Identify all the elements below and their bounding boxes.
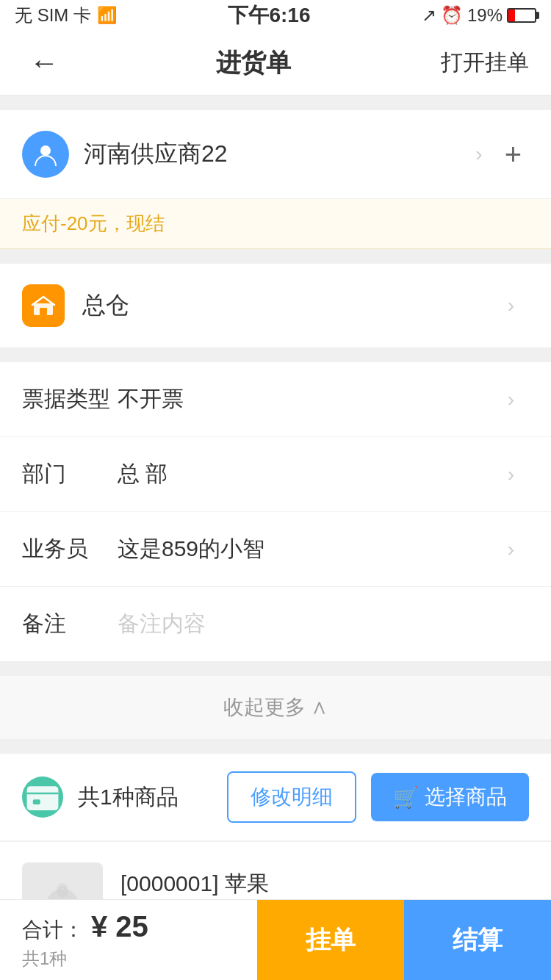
location-icon: ↗: [422, 5, 436, 26]
status-left: 无 SIM 卡 📶: [15, 4, 117, 27]
supplier-section: 河南供应商22 › + 应付-20元，现结: [0, 110, 551, 249]
status-time: 下午6:16: [228, 1, 310, 29]
invoice-label: 票据类型: [22, 384, 118, 414]
product-title: 苹果: [225, 871, 269, 896]
svg-point-6: [57, 883, 68, 898]
product-header: 共1种商品 修改明细 🛒 选择商品: [0, 754, 551, 840]
status-right: ↗ ⏰ 19%: [422, 5, 536, 26]
supplier-avatar: [22, 131, 69, 178]
svg-rect-2: [40, 308, 47, 315]
back-button[interactable]: ←: [22, 39, 66, 87]
warehouse-icon: [22, 284, 65, 327]
invoice-value: 不开票: [118, 384, 508, 414]
total-label: 合计：: [22, 916, 84, 944]
department-chevron-icon: ›: [508, 463, 514, 486]
checkout-button[interactable]: 结算: [404, 900, 551, 981]
supplier-name: 河南供应商22: [84, 138, 475, 170]
department-label: 部门: [22, 459, 118, 489]
warehouse-row[interactable]: 总仓 ›: [0, 264, 551, 347]
footer: 合计： ¥ 25 共1种 挂单 结算: [0, 899, 551, 980]
nav-bar: ← 进货单 打开挂单: [0, 31, 551, 96]
product-code: [0000001]: [120, 871, 225, 896]
notice-text: 应付-20元，现结: [22, 212, 165, 234]
footer-total-top: 合计： ¥ 25: [22, 910, 235, 944]
product-name: [0000001] 苹果: [120, 869, 494, 899]
invoice-row[interactable]: 票据类型 不开票 ›: [0, 362, 551, 437]
staff-row[interactable]: 业务员 这是859的小智 ›: [0, 512, 551, 587]
invoice-chevron-icon: ›: [508, 388, 514, 411]
page-title: 进货单: [216, 46, 291, 80]
product-icon: [22, 777, 63, 818]
collapse-row[interactable]: 收起更多 ∧: [0, 676, 551, 739]
total-sub: 共1种: [22, 947, 235, 970]
total-amount: ¥ 25: [91, 910, 148, 943]
svg-rect-3: [27, 786, 59, 810]
collapse-text: 收起更多 ∧: [223, 696, 328, 718]
wifi-icon: 📶: [97, 6, 117, 25]
edit-details-button[interactable]: 修改明细: [227, 771, 356, 823]
add-button[interactable]: +: [497, 138, 529, 171]
notice-bar: 应付-20元，现结: [0, 199, 551, 249]
department-row[interactable]: 部门 总 部 ›: [0, 437, 551, 512]
remark-label: 备注: [22, 609, 118, 639]
form-section: 票据类型 不开票 › 部门 总 部 › 业务员 这是859的小智 › 备注 备注…: [0, 362, 551, 661]
warehouse-section[interactable]: 总仓 ›: [0, 264, 551, 347]
select-product-button[interactable]: 🛒 选择商品: [371, 773, 529, 821]
svg-rect-4: [33, 799, 40, 804]
select-btn-label: 选择商品: [425, 783, 507, 811]
product-count: 共1种商品: [78, 782, 227, 813]
staff-label: 业务员: [22, 534, 118, 564]
footer-total: 合计： ¥ 25 共1种: [0, 910, 257, 970]
supplier-chevron-icon: ›: [475, 143, 482, 166]
supplier-row[interactable]: 河南供应商22 › +: [0, 110, 551, 199]
main-content: 河南供应商22 › + 应付-20元，现结 总仓 › 票据类型 不开票 ›: [0, 110, 551, 980]
carrier-text: 无 SIM 卡: [15, 4, 91, 27]
warehouse-chevron-icon: ›: [508, 294, 514, 317]
department-value: 总 部: [118, 459, 508, 489]
svg-point-0: [40, 145, 51, 156]
remark-input[interactable]: 备注内容: [118, 609, 529, 639]
alarm-icon: ⏰: [441, 5, 463, 26]
battery-text: 19%: [467, 5, 503, 26]
staff-chevron-icon: ›: [508, 538, 514, 561]
staff-value: 这是859的小智: [118, 534, 508, 564]
status-bar: 无 SIM 卡 📶 下午6:16 ↗ ⏰ 19%: [0, 0, 551, 31]
remark-row[interactable]: 备注 备注内容: [0, 587, 551, 661]
open-pending-button[interactable]: 打开挂单: [441, 48, 529, 78]
warehouse-name: 总仓: [82, 289, 508, 322]
cart-icon: 🛒: [393, 785, 419, 810]
battery-icon: [507, 8, 536, 23]
suspend-button[interactable]: 挂单: [257, 900, 404, 981]
